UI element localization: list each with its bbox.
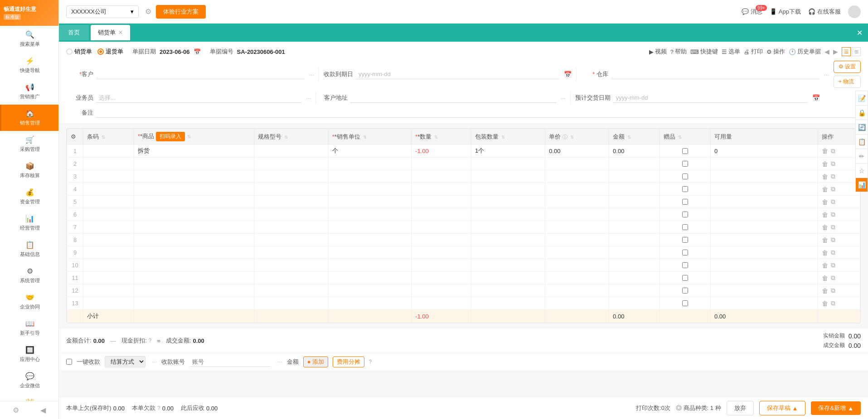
sidebar-item-purchase[interactable]: 🛒 采购管理 [0, 131, 58, 157]
tab-home[interactable]: 首页 [59, 25, 89, 40]
expense-split-btn[interactable]: 费用分摊 [333, 356, 364, 367]
col-settings[interactable]: ⚙ [67, 129, 83, 144]
tab-sales-order[interactable]: 销货单 ✕ [91, 25, 130, 40]
sidebar-item-member[interactable]: 👑 畅会员 [0, 394, 58, 401]
tab-close-icon[interactable]: ✕ [118, 29, 123, 36]
gift-checkbox-8[interactable] [682, 237, 688, 243]
delete-row-icon-11[interactable]: 🗑 [822, 275, 828, 282]
prev-record-btn[interactable]: ◀ [824, 48, 829, 55]
discard-button[interactable]: 放弃 [727, 401, 754, 415]
payment-calendar-icon[interactable]: 📅 [564, 71, 572, 78]
qty-cell-1[interactable]: -1.00 [412, 144, 471, 158]
spec-cell-2[interactable] [254, 158, 328, 170]
trial-btn[interactable]: 体验行业方案 [156, 5, 206, 19]
delete-row-icon-8[interactable]: 🗑 [822, 236, 828, 244]
discount-help-icon[interactable]: ? [149, 337, 152, 344]
online-service-btn[interactable]: 🎧 在线客服 [808, 8, 841, 16]
help-btn[interactable]: ? 帮助 [670, 48, 687, 56]
warehouse-input[interactable]: 建材仓 [611, 69, 820, 79]
sidebar-item-marketing[interactable]: 📢 营销推广 [0, 78, 58, 105]
copy-row-icon-10[interactable]: ⧉ [831, 261, 835, 269]
customer-more-icon[interactable]: ··· [309, 71, 314, 78]
pack-sort-icon[interactable]: ⇅ [501, 135, 505, 140]
customer-input[interactable] [96, 69, 305, 79]
gift-checkbox-12[interactable] [682, 288, 688, 294]
delete-row-icon-1[interactable]: 🗑 [822, 147, 828, 154]
payment-method-select[interactable]: 结算方式 [105, 356, 145, 367]
payment-account-input[interactable] [189, 357, 271, 367]
delete-row-icon-5[interactable]: 🗑 [822, 198, 828, 206]
gift-cell-2[interactable] [660, 158, 711, 170]
spec-cell-1[interactable] [254, 144, 328, 158]
copy-row-icon-12[interactable]: ⧉ [831, 287, 835, 294]
save-new-button[interactable]: 保存&新增 ▲ [811, 401, 861, 415]
settings-gear-icon[interactable]: ⚙ [145, 7, 151, 16]
price-sort-icon[interactable]: ⇅ [570, 135, 574, 140]
unit-sort-icon[interactable]: ⇅ [363, 135, 367, 140]
gift-checkbox-6[interactable] [682, 212, 688, 217]
total-owe-help-icon[interactable]: ? [157, 405, 160, 411]
sidebar-item-search[interactable]: 🔍 搜索菜单 [0, 26, 58, 52]
goods-cell-2[interactable] [134, 158, 254, 170]
delete-row-icon-3[interactable]: 🗑 [822, 173, 828, 180]
sidebar-item-finance[interactable]: 💰 资金管理 [0, 183, 58, 210]
sidebar-item-system[interactable]: ⚙ 系统管理 [0, 262, 58, 289]
next-record-btn[interactable]: ▶ [833, 48, 838, 55]
add-payment-btn[interactable]: ● 添加 [303, 356, 328, 367]
gift-checkbox-5[interactable] [682, 199, 688, 205]
side-panel-btn-7[interactable]: 📊 [855, 178, 868, 192]
delete-row-icon-9[interactable]: 🗑 [822, 249, 828, 256]
onestep-payment-checkbox[interactable] [66, 359, 72, 365]
copy-row-icon-4[interactable]: ⧉ [831, 185, 835, 193]
copy-row-icon-7[interactable]: ⧉ [831, 223, 835, 231]
delete-row-icon-13[interactable]: 🗑 [822, 300, 828, 307]
sidebar-item-sales[interactable]: 🏠 销售管理 [0, 105, 58, 131]
unit-cell-1[interactable]: 个 [328, 144, 411, 158]
payment-method-more-icon[interactable]: ··· [152, 358, 157, 365]
amount-sort-icon[interactable]: ⇅ [627, 135, 631, 140]
goods-cell-1[interactable]: 拆货 [134, 144, 254, 158]
side-panel-btn-3[interactable]: 🔄 [855, 120, 868, 134]
customer-addr-input[interactable] [350, 93, 556, 103]
side-panel-btn-2[interactable]: 🔒 [855, 105, 868, 120]
notes-input[interactable] [96, 108, 861, 118]
goods-sort-icon[interactable]: ⇅ [187, 134, 191, 139]
sidebar-item-management[interactable]: 📊 经营管理 [0, 210, 58, 236]
copy-row-icon-1[interactable]: ⧉ [831, 147, 835, 155]
expected-calendar-icon[interactable]: 📅 [812, 94, 820, 101]
price-info-icon[interactable]: ⓘ [563, 134, 567, 140]
column-settings-icon[interactable]: ⚙ [71, 133, 76, 140]
side-panel-btn-5[interactable]: ✏ [855, 149, 868, 163]
available-cell-2[interactable] [710, 158, 818, 170]
sidebar-item-appcenter[interactable]: 🔲 应用中心 [0, 341, 58, 367]
operation-btn[interactable]: ⚙ 操作 [766, 48, 785, 56]
copy-row-icon-6[interactable]: ⧉ [831, 211, 835, 218]
delete-row-icon-4[interactable]: 🗑 [822, 186, 828, 193]
qty-sort-icon[interactable]: ⇅ [434, 135, 438, 140]
shortcut-btn[interactable]: ⌨ 快捷键 [690, 48, 718, 56]
video-btn[interactable]: ▶ 视频 [649, 48, 667, 56]
side-panel-btn-4[interactable]: 📋 [855, 134, 868, 149]
sidebar-item-inventory[interactable]: 📦 库存核算 [0, 157, 58, 183]
scan-btn[interactable]: 扫码录入 [156, 132, 185, 141]
copy-row-icon-8[interactable]: ⧉ [831, 236, 835, 244]
history-btn[interactable]: 🕐 历史单据 [789, 48, 821, 56]
barcode-cell-1[interactable] [83, 144, 134, 158]
return-order-radio[interactable]: 退货单 [97, 48, 123, 56]
side-panel-btn-6[interactable]: ☆ [855, 163, 868, 178]
barcode-cell-2[interactable] [83, 158, 134, 170]
qty-cell-2[interactable] [412, 158, 471, 170]
sidebar-item-basic[interactable]: 📋 基础信息 [0, 236, 58, 262]
price-cell-1[interactable]: 0.00 [545, 144, 609, 158]
price-cell-2[interactable] [545, 158, 609, 170]
date-calendar-icon[interactable]: 📅 [194, 48, 201, 55]
delete-row-icon-2[interactable]: 🗑 [822, 160, 828, 168]
sidebar-item-guide[interactable]: 📖 新手引导 [0, 315, 58, 341]
unit-cell-2[interactable] [328, 158, 411, 170]
barcode-sort-icon[interactable]: ⇅ [102, 135, 105, 140]
salesperson-more-icon[interactable]: ··· [306, 95, 311, 101]
expected-date-input[interactable] [613, 93, 808, 103]
sale-order-radio[interactable]: 销货单 [66, 48, 92, 56]
spec-sort-icon[interactable]: ⇅ [284, 135, 288, 140]
company-selector[interactable]: XXXXXX公司 ▾ [66, 5, 139, 18]
